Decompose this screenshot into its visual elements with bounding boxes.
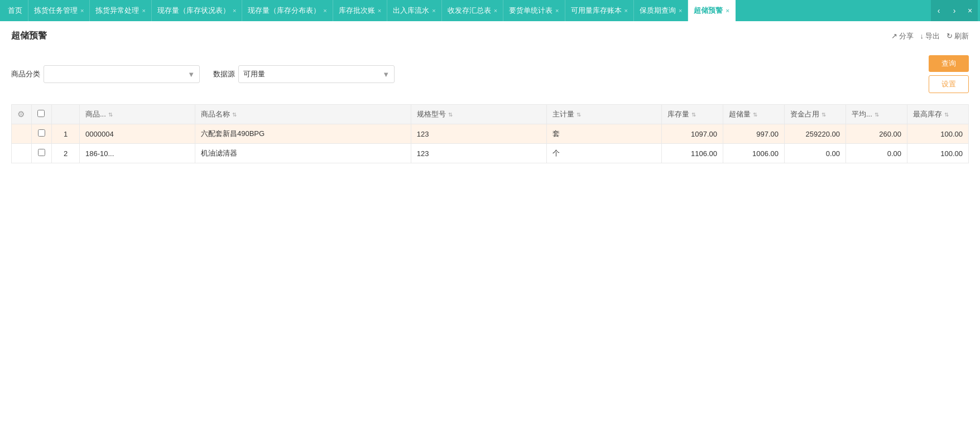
nav-tab-demand-close[interactable]: × (555, 7, 559, 14)
col-header-overstock[interactable]: 超储量 ⇅ (723, 105, 785, 124)
row-spec-0: 123 (411, 124, 546, 144)
nav-tab-inout-close[interactable]: × (432, 7, 435, 14)
header-actions: ↗ 分享 ↓ 导出 ↻ 刷新 (891, 31, 969, 41)
row-code-1: 186-10... (80, 144, 195, 163)
export-icon: ↓ (920, 32, 924, 40)
page-header: 超储预警 ↗ 分享 ↓ 导出 ↻ 刷新 (11, 30, 969, 42)
table-header-row: ⚙ 商品... ⇅ 商品名称 ⇅ (12, 105, 969, 124)
sort-icon-code: ⇅ (108, 112, 113, 118)
row-gear-0 (12, 124, 32, 144)
sort-icon-max-stock: ⇅ (944, 112, 949, 118)
row-checkbox-0[interactable] (38, 129, 45, 137)
row-number-0: 1 (52, 124, 80, 144)
data-table: ⚙ 商品... ⇅ 商品名称 ⇅ (11, 104, 969, 163)
nav-tab-available-label: 可用量库存账本 (571, 6, 622, 16)
nav-tab-stock-status-close[interactable]: × (233, 7, 236, 14)
row-gear-1 (12, 144, 32, 163)
row-unit-1: 个 (546, 144, 661, 163)
refresh-button[interactable]: ↻ 刷新 (947, 31, 969, 41)
sort-icon-overstock: ⇅ (753, 112, 757, 118)
datasource-filter: 数据源 可用量 ▼ (213, 65, 395, 83)
nav-tab-abnormal[interactable]: 拣货异常处理 × (90, 0, 151, 21)
nav-tab-task-label: 拣货任务管理 (34, 6, 78, 16)
gear-icon[interactable]: ⚙ (17, 109, 25, 119)
row-name-1: 机油滤清器 (195, 144, 411, 163)
sort-icon-name: ⇅ (232, 112, 237, 118)
settings-button[interactable]: 设置 (929, 75, 969, 93)
nav-tab-stock-status-label: 现存量（库存状况表） (157, 6, 230, 16)
row-checkbox-1[interactable] (38, 149, 45, 156)
col-header-check (32, 105, 52, 124)
nav-tab-batch-label: 库存批次账 (339, 6, 375, 16)
col-header-avg[interactable]: 平均... ⇅ (846, 105, 907, 124)
nav-tab-home[interactable]: 首页 (2, 0, 28, 21)
row-name-0: 六配套新昌490BPG (195, 124, 411, 144)
nav-tab-expiry-close[interactable]: × (679, 7, 682, 14)
share-icon: ↗ (891, 32, 897, 40)
datasource-arrow-icon: ▼ (382, 70, 390, 79)
datasource-select[interactable]: 可用量 ▼ (238, 65, 395, 83)
sort-icon-stock: ⇅ (691, 112, 696, 118)
nav-tab-overstock[interactable]: 超储预警 × (688, 0, 735, 21)
row-code-0: 0000004 (80, 124, 195, 144)
row-unit-0: 套 (546, 124, 661, 144)
query-button[interactable]: 查询 (929, 55, 969, 72)
nav-tab-abnormal-label: 拣货异常处理 (95, 6, 139, 16)
nav-tab-home-label: 首页 (8, 6, 22, 16)
nav-tab-inout[interactable]: 出入库流水 × (387, 0, 441, 21)
row-stock-0: 1097.00 (662, 124, 723, 144)
nav-tab-stock-dist-close[interactable]: × (323, 7, 326, 14)
page-content: 超储预警 ↗ 分享 ↓ 导出 ↻ 刷新 商品分类 ▼ 数据源 (0, 21, 980, 446)
nav-close-arrow[interactable]: × (962, 0, 978, 21)
sort-icon-avg: ⇅ (875, 112, 879, 118)
share-button[interactable]: ↗ 分享 (891, 31, 914, 41)
nav-tab-stock-status[interactable]: 现存量（库存状况表） × (152, 0, 242, 21)
category-label: 商品分类 (11, 69, 40, 79)
table-body: 1 0000004 六配套新昌490BPG 123 套 1097.00 997.… (12, 124, 969, 163)
top-navigation: 首页 拣货任务管理 × 拣货异常处理 × 现存量（库存状况表） × 现存量（库存… (0, 0, 980, 21)
col-header-capital[interactable]: 资金占用 ⇅ (785, 105, 846, 124)
select-all-checkbox[interactable] (37, 110, 45, 117)
nav-tab-task[interactable]: 拣货任务管理 × (28, 0, 90, 21)
row-avg-1: 0.00 (846, 144, 907, 163)
table-row: 2 186-10... 机油滤清器 123 个 1106.00 1006.00 … (12, 144, 969, 163)
nav-tab-demand[interactable]: 要货单统计表 × (503, 0, 565, 21)
col-header-stock[interactable]: 库存量 ⇅ (662, 105, 723, 124)
share-label: 分享 (899, 31, 914, 41)
row-capital-0: 259220.00 (785, 124, 846, 144)
nav-tab-available[interactable]: 可用量库存账本 × (565, 0, 634, 21)
nav-prev-arrow[interactable]: ‹ (931, 0, 947, 21)
nav-tab-abnormal-close[interactable]: × (142, 7, 145, 14)
refresh-icon: ↻ (947, 32, 953, 40)
row-number-1: 2 (52, 144, 80, 163)
row-check-1 (32, 144, 52, 163)
nav-tab-expiry[interactable]: 保质期查询 × (634, 0, 688, 21)
nav-tab-batch[interactable]: 库存批次账 × (333, 0, 387, 21)
nav-tab-available-close[interactable]: × (624, 7, 628, 14)
nav-tab-overstock-close[interactable]: × (726, 7, 729, 14)
export-button[interactable]: ↓ 导出 (920, 31, 940, 41)
nav-tab-overstock-label: 超储预警 (694, 6, 723, 16)
nav-tab-batch-close[interactable]: × (378, 7, 381, 14)
col-header-spec[interactable]: 规格型号 ⇅ (411, 105, 546, 124)
datasource-label: 数据源 (213, 69, 235, 79)
row-max-stock-0: 100.00 (907, 124, 969, 144)
refresh-label: 刷新 (954, 31, 969, 41)
row-overstock-0: 997.00 (723, 124, 785, 144)
nav-tab-summary-close[interactable]: × (494, 7, 497, 14)
nav-tab-inout-label: 出入库流水 (393, 6, 429, 16)
nav-tab-summary[interactable]: 收发存汇总表 × (442, 0, 503, 21)
col-header-code[interactable]: 商品... ⇅ (80, 105, 195, 124)
category-select[interactable]: ▼ (44, 65, 200, 83)
col-header-name[interactable]: 商品名称 ⇅ (195, 105, 411, 124)
row-spec-1: 123 (411, 144, 546, 163)
row-capital-1: 0.00 (785, 144, 846, 163)
export-label: 导出 (925, 31, 940, 41)
col-header-unit[interactable]: 主计量 ⇅ (546, 105, 661, 124)
nav-tab-stock-dist[interactable]: 现存量（库存分布表） × (242, 0, 333, 21)
col-header-max-stock[interactable]: 最高库存 ⇅ (907, 105, 969, 124)
row-stock-1: 1106.00 (662, 144, 723, 163)
nav-arrows: ‹ › × (931, 0, 978, 21)
nav-tab-task-close[interactable]: × (80, 7, 84, 14)
nav-next-arrow[interactable]: › (947, 0, 962, 21)
